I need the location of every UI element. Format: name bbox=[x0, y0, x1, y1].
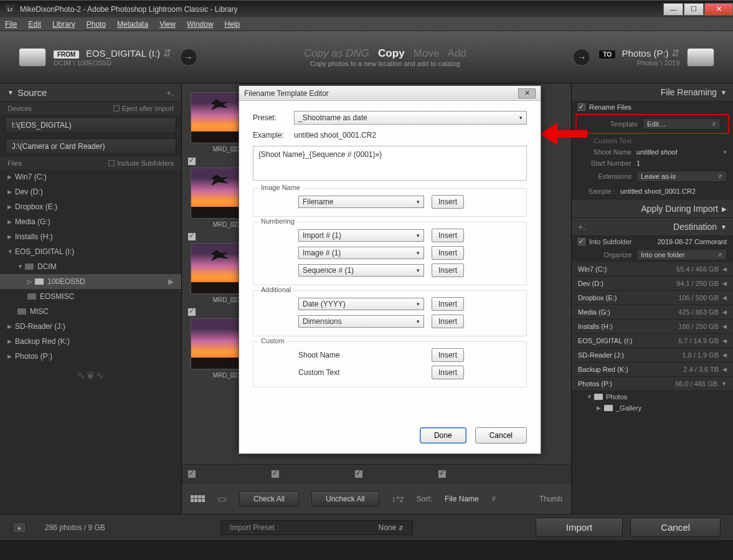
rename-files-checkbox[interactable] bbox=[578, 103, 585, 111]
sort-order-icon[interactable]: ↕ᴬz bbox=[392, 494, 404, 504]
expand-panel-button[interactable]: ▲ bbox=[12, 522, 26, 533]
dest-disk-row[interactable]: Media (G:)425 / 863 GB◀ bbox=[572, 305, 733, 320]
sort-value[interactable]: File Name bbox=[445, 495, 479, 503]
extensions-label: Extensions bbox=[578, 173, 631, 180]
import-button[interactable]: Import bbox=[536, 518, 623, 537]
device-row[interactable]: I:\(EOS_DIGITAL) bbox=[5, 117, 176, 133]
column-checkbox[interactable] bbox=[355, 470, 362, 478]
destination-header[interactable]: +.Destination▼ bbox=[572, 218, 733, 236]
shoot-name-value[interactable]: untitled shoot bbox=[636, 148, 724, 156]
include-subfolders-checkbox[interactable] bbox=[108, 160, 115, 166]
dest-disk-row[interactable]: Dropbox (E:)106 / 500 GB◀ bbox=[572, 291, 733, 305]
thumbnail-image[interactable] bbox=[191, 168, 242, 219]
menu-library[interactable]: Library bbox=[52, 20, 75, 29]
thumbnail-image[interactable] bbox=[191, 92, 242, 143]
dest-disk-row[interactable]: Photos (P:)66.0 / 466 GB▼ bbox=[572, 377, 733, 391]
formula-textbox[interactable]: {Shoot Name}_{Sequence # (0001)»} bbox=[253, 146, 527, 181]
thumbnail-image[interactable] bbox=[191, 243, 242, 294]
menu-file[interactable]: File bbox=[5, 20, 17, 29]
disk-row[interactable]: ▶Win7 (C:) bbox=[0, 169, 181, 184]
disk-row[interactable]: ▶Backup Red (K:) bbox=[0, 334, 181, 349]
minimize-button[interactable]: — bbox=[663, 3, 683, 16]
check-all-button[interactable]: Check All bbox=[239, 491, 299, 507]
image-num-dropdown[interactable]: Image # (1)▾ bbox=[298, 247, 424, 259]
folder-100eos5d[interactable]: ▷100EOS5D▶ bbox=[0, 274, 181, 289]
insert-button[interactable]: Insert bbox=[432, 195, 464, 209]
menu-window[interactable]: Window bbox=[187, 20, 214, 29]
add-source-icon[interactable]: +. bbox=[166, 88, 174, 98]
eject-checkbox[interactable] bbox=[113, 105, 120, 112]
grid-view-icon[interactable] bbox=[191, 495, 205, 502]
into-subfolder-checkbox[interactable] bbox=[578, 238, 585, 245]
dialog-cancel-button[interactable]: Cancel bbox=[475, 427, 527, 444]
filename-dropdown[interactable]: Filename▾ bbox=[298, 196, 424, 208]
thumb-checkbox[interactable] bbox=[188, 158, 196, 165]
maximize-button[interactable]: ☐ bbox=[684, 3, 704, 16]
disk-row[interactable]: ▶SD-Reader (J:) bbox=[0, 319, 181, 334]
dest-disk-row[interactable]: Win7 (C:)55.4 / 466 GB◀ bbox=[572, 262, 733, 277]
close-button[interactable]: ✕ bbox=[704, 3, 733, 16]
column-checkbox[interactable] bbox=[188, 470, 196, 478]
insert-button[interactable]: Insert bbox=[432, 348, 464, 362]
insert-button[interactable]: Insert bbox=[432, 229, 464, 242]
column-checkbox[interactable] bbox=[272, 470, 279, 478]
insert-button[interactable]: Insert bbox=[432, 246, 464, 260]
done-button[interactable]: Done bbox=[420, 427, 466, 444]
dest-folder-row[interactable]: ▶_Gallery bbox=[572, 402, 733, 414]
action-add[interactable]: Add bbox=[448, 47, 466, 59]
dest-disk-row[interactable]: Installs (H:)188 / 250 GB◀ bbox=[572, 320, 733, 334]
insert-button[interactable]: Insert bbox=[432, 315, 464, 328]
uncheck-all-button[interactable]: Uncheck All bbox=[311, 491, 379, 507]
action-copy[interactable]: Copy bbox=[378, 47, 405, 59]
thumbnail-image[interactable] bbox=[191, 318, 242, 369]
extensions-dropdown[interactable]: Leave as-is⇵ bbox=[636, 171, 727, 182]
template-dropdown[interactable]: Edit…⇵ bbox=[643, 118, 721, 130]
menu-metadata[interactable]: Metadata bbox=[117, 20, 148, 29]
menu-help[interactable]: Help bbox=[225, 20, 240, 29]
dimensions-dropdown[interactable]: Dimensions▾ bbox=[298, 315, 424, 328]
folder-eosmisc[interactable]: EOSMISC bbox=[0, 289, 181, 304]
file-renaming-header[interactable]: File Renaming▼ bbox=[572, 83, 733, 102]
dest-disk-row[interactable]: SD-Reader (J:)1.8 / 1.9 GB◀ bbox=[572, 348, 733, 363]
insert-button[interactable]: Insert bbox=[432, 297, 464, 311]
insert-button[interactable]: Insert bbox=[432, 366, 464, 379]
status-bar: ▲ 286 photos / 9 GB Import Preset : None… bbox=[0, 514, 733, 540]
menu-edit[interactable]: Edit bbox=[28, 20, 41, 29]
disk-row[interactable]: ▶Media (G:) bbox=[0, 214, 181, 229]
device-row[interactable]: J:\(Camera or Card Reader) bbox=[5, 138, 176, 154]
disk-eos[interactable]: ▼EOS_DIGITAL (I:) bbox=[0, 244, 181, 259]
disk-row[interactable]: ▶Photos (P:) bbox=[0, 349, 181, 364]
import-num-dropdown[interactable]: Import # (1)▾ bbox=[298, 229, 424, 242]
dest-disk-row[interactable]: EOS_DIGITAL (I:)5.7 / 14.9 GB◀ bbox=[572, 334, 733, 348]
apply-during-import-header[interactable]: Apply During Import▶ bbox=[572, 200, 733, 218]
thumb-checkbox[interactable] bbox=[188, 308, 196, 316]
organize-dropdown[interactable]: Into one folder⇵ bbox=[636, 249, 727, 260]
to-location[interactable]: Photos (P:) bbox=[622, 48, 669, 59]
preset-dropdown[interactable]: _Shootname as date▾ bbox=[294, 111, 527, 125]
disk-row[interactable]: ▶Dev (D:) bbox=[0, 184, 181, 199]
cancel-button[interactable]: Cancel bbox=[630, 518, 721, 537]
subfolder-value[interactable]: 2019-08-27 Cormorant bbox=[658, 238, 727, 245]
folder-misc[interactable]: MISC bbox=[0, 304, 181, 319]
import-preset-dropdown[interactable]: Import Preset : None ⇵ bbox=[220, 520, 413, 535]
folder-dcim[interactable]: ▼DCIM bbox=[0, 259, 181, 274]
date-dropdown[interactable]: Date (YYYY)▾ bbox=[298, 298, 424, 310]
dest-disk-row[interactable]: Backup Red (K:)2.4 / 3.6 TB◀ bbox=[572, 363, 733, 377]
action-copy-dng[interactable]: Copy as DNG bbox=[304, 47, 369, 59]
start-number-value[interactable]: 1 bbox=[636, 159, 727, 167]
insert-button[interactable]: Insert bbox=[432, 263, 464, 277]
menu-view[interactable]: View bbox=[159, 20, 176, 29]
action-move[interactable]: Move bbox=[414, 47, 440, 59]
column-checkbox[interactable] bbox=[438, 470, 446, 478]
thumb-checkbox[interactable] bbox=[188, 233, 196, 240]
source-panel-header[interactable]: ▼ Source +. bbox=[0, 83, 181, 102]
sequence-num-dropdown[interactable]: Sequence # (1)▾ bbox=[298, 264, 424, 277]
single-view-icon[interactable]: ▭ bbox=[217, 493, 227, 505]
dialog-close-button[interactable]: ✕ bbox=[518, 88, 536, 98]
disk-row[interactable]: ▶Dropbox (E:) bbox=[0, 199, 181, 214]
dest-disk-row[interactable]: Dev (D:)94.1 / 250 GB◀ bbox=[572, 277, 733, 291]
dest-folder-row[interactable]: ▼Photos bbox=[572, 391, 733, 402]
disk-row[interactable]: ▶Installs (H:) bbox=[0, 229, 181, 244]
menu-photo[interactable]: Photo bbox=[87, 20, 106, 29]
from-location[interactable]: EOS_DIGITAL (I:) bbox=[86, 48, 160, 59]
